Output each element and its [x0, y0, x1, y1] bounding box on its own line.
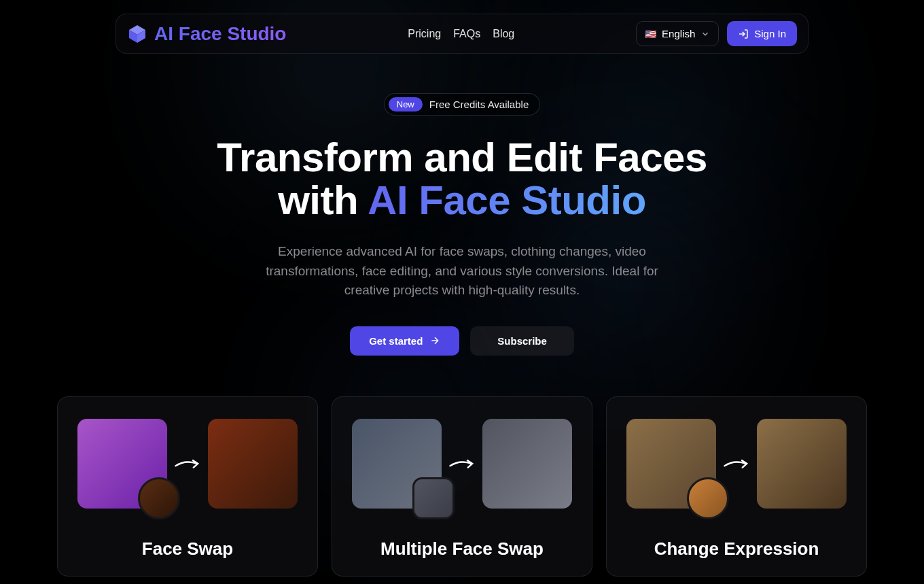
after-image: [482, 419, 572, 509]
hero-section: New Free Credits Available Transform and…: [0, 93, 924, 356]
get-started-label: Get started: [369, 335, 423, 347]
signin-label: Sign In: [754, 28, 786, 39]
login-icon: [738, 29, 749, 39]
promo-badge[interactable]: New Free Credits Available: [384, 93, 540, 116]
language-selector[interactable]: 🇺🇸 English: [636, 21, 719, 46]
header-right: 🇺🇸 English Sign In: [636, 21, 797, 46]
chevron-down-icon: [700, 29, 710, 39]
hero-title: Transform and Edit Faces with AI Face St…: [0, 136, 924, 222]
card-images: [619, 409, 854, 518]
feature-cards-row: Face Swap Multiple Face Swap Change Expr…: [57, 396, 867, 577]
subscribe-button[interactable]: Subscribe: [470, 326, 574, 356]
source-face-overlay: [687, 477, 729, 519]
logo-cube-icon: [127, 24, 147, 44]
signin-button[interactable]: Sign In: [727, 21, 797, 46]
subscribe-label: Subscribe: [497, 335, 547, 347]
feature-card-face-swap[interactable]: Face Swap: [57, 396, 318, 577]
arrow-right-icon: [174, 457, 201, 470]
arrow-right-icon: [723, 457, 750, 470]
card-title: Face Swap: [70, 538, 305, 560]
main-nav: Pricing FAQs Blog: [408, 28, 514, 40]
header-bar: AI Face Studio Pricing FAQs Blog 🇺🇸 Engl…: [116, 14, 808, 54]
after-image: [208, 419, 298, 509]
logo[interactable]: AI Face Studio: [127, 23, 286, 45]
badge-new-pill: New: [389, 97, 423, 111]
after-image: [757, 419, 847, 509]
hero-cta-row: Get started Subscribe: [0, 326, 924, 356]
hero-title-line1: Transform and Edit Faces: [217, 135, 707, 180]
badge-text: Free Credits Available: [429, 99, 529, 110]
nav-pricing[interactable]: Pricing: [408, 28, 441, 40]
arrow-right-icon: [448, 457, 476, 470]
card-title: Multiple Face Swap: [344, 538, 580, 560]
hero-title-highlight: AI Face Studio: [368, 177, 646, 223]
feature-card-change-expression[interactable]: Change Expression: [606, 396, 867, 577]
card-images: [70, 409, 305, 518]
arrow-right-icon: [429, 335, 440, 346]
flag-icon: 🇺🇸: [645, 29, 656, 39]
logo-text: AI Face Studio: [154, 23, 286, 45]
nav-faqs[interactable]: FAQs: [453, 28, 480, 40]
card-images: [344, 409, 580, 518]
get-started-button[interactable]: Get started: [350, 326, 459, 356]
language-label: English: [662, 28, 695, 39]
source-face-overlay: [412, 477, 455, 519]
hero-description: Experience advanced AI for face swaps, c…: [245, 242, 679, 300]
source-face-overlay: [138, 477, 180, 519]
feature-card-multiple-face-swap[interactable]: Multiple Face Swap: [332, 396, 592, 577]
card-title: Change Expression: [619, 538, 854, 560]
nav-blog[interactable]: Blog: [493, 28, 514, 40]
hero-title-line2-prefix: with: [278, 177, 368, 223]
